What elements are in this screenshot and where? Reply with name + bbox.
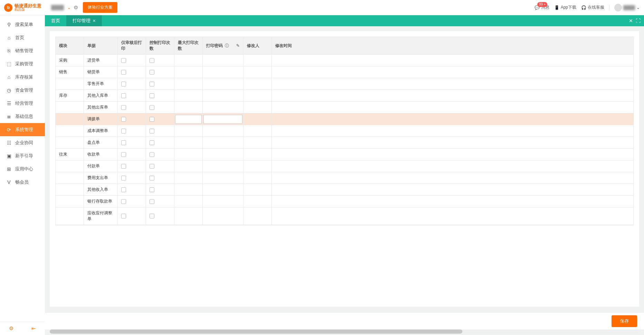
- user-name: ████: [623, 5, 635, 10]
- close-icon[interactable]: ✕: [629, 18, 633, 24]
- sidebar-item-purchase[interactable]: ⬚采购管理: [0, 57, 45, 71]
- table-row[interactable]: 盘点单: [56, 137, 634, 149]
- purchase-icon: ⬚: [6, 61, 12, 67]
- promo-button[interactable]: 体验行业方案: [83, 2, 117, 13]
- collapse-icon[interactable]: ⇤: [31, 325, 36, 332]
- system-icon: ⟳: [6, 127, 12, 132]
- checkbox-control-count[interactable]: [150, 140, 154, 145]
- cell-audit-only: [118, 90, 146, 102]
- table-row[interactable]: 调拨单: [56, 113, 634, 125]
- cell-max-count: [174, 184, 203, 196]
- cell-document: 应收应付调整单: [84, 207, 118, 225]
- cell-document: 调拨单: [84, 113, 118, 125]
- sidebar-item-finance[interactable]: ◷资金管理: [0, 84, 45, 97]
- operation-icon: ☰: [6, 101, 12, 106]
- table-row[interactable]: 银行存取款单: [56, 196, 634, 207]
- checkbox-audit-only[interactable]: [121, 105, 126, 110]
- table-row[interactable]: 库存其他入库单: [56, 90, 634, 102]
- checkbox-control-count[interactable]: [150, 164, 154, 169]
- cell-control-count: [146, 172, 174, 184]
- checkbox-control-count[interactable]: [150, 214, 154, 218]
- print-password-input[interactable]: [203, 115, 242, 124]
- sidebar-item-vip[interactable]: V畅会员: [0, 176, 45, 189]
- checkbox-control-count[interactable]: [150, 117, 154, 122]
- save-button[interactable]: 保存: [612, 315, 637, 327]
- tab-首页[interactable]: 首页: [45, 15, 66, 26]
- checkbox-audit-only[interactable]: [121, 93, 126, 98]
- checkbox-audit-only[interactable]: [121, 140, 126, 145]
- sidebar-item-label: 资金管理: [15, 87, 33, 93]
- cell-max-count: [174, 55, 203, 66]
- checkbox-control-count[interactable]: [150, 93, 154, 98]
- help-icon[interactable]: ⓘ: [225, 43, 229, 49]
- checkbox-control-count[interactable]: [150, 176, 154, 180]
- checkbox-control-count[interactable]: [150, 58, 154, 63]
- checkbox-audit-only[interactable]: [121, 58, 126, 63]
- tab-打印管理[interactable]: 打印管理✕: [66, 15, 102, 26]
- table-row[interactable]: 应收应付调整单: [56, 207, 634, 225]
- checkbox-control-count[interactable]: [150, 187, 154, 192]
- sidebar-item-operation[interactable]: ☰经营管理: [0, 97, 45, 110]
- sidebar-item-sales[interactable]: ⎘销售管理: [0, 44, 45, 57]
- sidebar-item-inventory[interactable]: ⌂库存核算: [0, 71, 45, 84]
- checkbox-control-count[interactable]: [150, 82, 154, 86]
- table-row[interactable]: 往来收款单: [56, 149, 634, 160]
- messages-link[interactable]: 💬 99 + 消息: [535, 4, 549, 10]
- tab-label: 首页: [51, 18, 60, 24]
- gear-icon[interactable]: ⚙: [74, 4, 78, 11]
- sidebar-item-home[interactable]: ⌂首页: [0, 31, 45, 44]
- online-service-link[interactable]: 🎧 在线客服: [581, 4, 604, 10]
- checkbox-audit-only[interactable]: [121, 82, 126, 86]
- checkbox-audit-only[interactable]: [121, 176, 126, 180]
- fullscreen-icon[interactable]: ⛶: [636, 18, 641, 24]
- cell-password: [203, 55, 243, 66]
- cell-module: 采购: [56, 55, 84, 66]
- sidebar-item-label: 应用中心: [15, 166, 33, 172]
- horizontal-scrollbar[interactable]: [50, 329, 639, 334]
- edit-icon[interactable]: ✎: [236, 43, 240, 48]
- table-row[interactable]: 成本调整单: [56, 125, 634, 137]
- sidebar-item-collab[interactable]: ☷企业协同: [0, 136, 45, 149]
- settings-icon[interactable]: ⚙: [9, 325, 13, 332]
- checkbox-audit-only[interactable]: [121, 152, 126, 157]
- table-row[interactable]: 其他收入单: [56, 184, 634, 196]
- checkbox-audit-only[interactable]: [121, 214, 126, 218]
- sidebar-item-search[interactable]: ⚲搜索菜单: [0, 18, 45, 31]
- cell-audit-only: [118, 172, 146, 184]
- checkbox-audit-only[interactable]: [121, 117, 126, 122]
- checkbox-audit-only[interactable]: [121, 70, 126, 75]
- app-download-link[interactable]: 📱 App下载: [554, 4, 576, 10]
- checkbox-control-count[interactable]: [150, 129, 154, 133]
- content-area: 模块 单据 仅审核后打印 控制打印次数 最大打印次数 打印密码 ⓘ ✎: [45, 26, 644, 311]
- checkbox-audit-only[interactable]: [121, 164, 126, 169]
- cell-module: [56, 172, 84, 184]
- sidebar-item-apps[interactable]: ⊞应用中心: [0, 162, 45, 176]
- cell-modifier: [243, 90, 272, 102]
- cell-module: [56, 196, 84, 207]
- user-menu[interactable]: ████ ⌄: [614, 4, 640, 11]
- scrollbar-thumb[interactable]: [50, 329, 462, 334]
- sidebar-item-basic[interactable]: ≣基础信息: [0, 110, 45, 123]
- table-row[interactable]: 采购进货单: [56, 55, 634, 66]
- table-row[interactable]: 其他出库单: [56, 102, 634, 113]
- cell-module: [56, 160, 84, 172]
- table-row[interactable]: 销售销货单: [56, 66, 634, 78]
- search-icon: ⚲: [6, 22, 12, 27]
- max-print-input[interactable]: [175, 115, 202, 124]
- business-unit-select[interactable]: ████ ⌄: [51, 5, 71, 10]
- checkbox-control-count[interactable]: [150, 152, 154, 157]
- checkbox-audit-only[interactable]: [121, 129, 126, 133]
- cell-audit-only: [118, 160, 146, 172]
- checkbox-control-count[interactable]: [150, 199, 154, 204]
- table-row[interactable]: 零售开单: [56, 78, 634, 90]
- checkbox-audit-only[interactable]: [121, 187, 126, 192]
- table-row[interactable]: 付款单: [56, 160, 634, 172]
- cell-modify-time: [272, 160, 634, 172]
- table-row[interactable]: 费用支出单: [56, 172, 634, 184]
- checkbox-control-count[interactable]: [150, 105, 154, 110]
- tab-close-icon[interactable]: ✕: [93, 19, 96, 23]
- checkbox-audit-only[interactable]: [121, 199, 126, 204]
- checkbox-control-count[interactable]: [150, 70, 154, 75]
- sidebar-item-guide[interactable]: ▣新手引导: [0, 149, 45, 162]
- sidebar-item-system[interactable]: ⟳系统管理: [0, 123, 45, 136]
